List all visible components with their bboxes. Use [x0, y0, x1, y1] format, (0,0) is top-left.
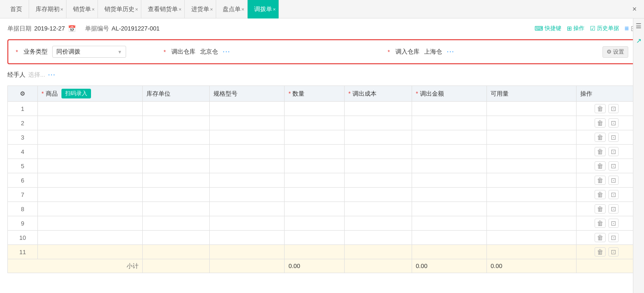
transfer-out-more[interactable]: ··· [223, 48, 230, 56]
delete-row-8[interactable]: 🗑 [595, 204, 606, 214]
handler-label: 经手人 [7, 71, 25, 79]
copy-row-7[interactable]: ⊡ [608, 190, 619, 199]
action-column-header: 操作 [577, 86, 637, 102]
handler-field: 经手人 选择... ··· [7, 71, 55, 79]
tab-sales-order[interactable]: 销货单 × [67, 0, 98, 18]
scan-entry-button[interactable]: 扫码录入 [61, 89, 91, 98]
handler-more[interactable]: ··· [48, 71, 55, 79]
gear-column-header[interactable]: ⚙ [8, 86, 38, 102]
delete-row-9[interactable]: 🗑 [595, 219, 606, 228]
table-row: 2🗑⊡ [8, 116, 637, 130]
settings-button[interactable]: ⚙ 设置 [602, 46, 628, 58]
delete-row-2[interactable]: 🗑 [595, 118, 606, 128]
delete-row-7[interactable]: 🗑 [595, 190, 606, 199]
date-value: 2019-12-27 [34, 25, 65, 32]
copy-row-10[interactable]: ⊡ [608, 233, 619, 242]
number-label: 单据编号 [85, 24, 109, 33]
delete-row-3[interactable]: 🗑 [595, 133, 606, 142]
window-close-button[interactable]: × [629, 3, 640, 15]
transfer-in-label: 调入仓库 [395, 48, 419, 56]
business-type-value: 同价调拨 [56, 48, 115, 56]
delete-row-4[interactable]: 🗑 [595, 147, 606, 156]
number-field: 单据编号 AL-20191227-001 [85, 24, 160, 33]
table-row: 3🗑⊡ [8, 130, 637, 145]
table-row: 7🗑⊡ [8, 188, 637, 202]
copy-row-11[interactable]: ⊡ [608, 247, 619, 256]
header-row: 单据日期 2019-12-27 📅 单据编号 AL-20191227-001 ⌨… [7, 24, 637, 33]
spec-column-header: 规格型号 [210, 86, 285, 102]
qty-column-header: * 数量 [285, 86, 345, 102]
business-type-arrow: ▼ [117, 49, 122, 55]
copy-row-5[interactable]: ⊡ [608, 161, 619, 171]
date-label: 单据日期 [7, 24, 31, 33]
delete-row-1[interactable]: 🗑 [595, 104, 606, 113]
close-tab-sales-history[interactable]: × [134, 6, 139, 13]
header-actions: ⌨ 快捷键 ⊞ 操作 ☑ 历史单据 ≡ ⊟ [535, 24, 637, 33]
subtotal-qty: 0.00 [285, 259, 345, 273]
transfer-out-value: 北京仓 [200, 48, 218, 56]
table-row: 10🗑⊡ [8, 231, 637, 245]
close-tab-purchase-order[interactable]: × [209, 6, 214, 13]
panel-external-icon[interactable]: ↗ [636, 37, 642, 44]
delete-row-11[interactable]: 🗑 [595, 247, 606, 256]
tab-purchase-order[interactable]: 进货单 × [185, 0, 216, 18]
table-container: ⚙ * 商品 扫码录入 库存单位 规格型号 [7, 85, 637, 273]
operations-action[interactable]: ⊞ 操作 [567, 24, 584, 32]
unit-column-header: 库存单位 [142, 86, 210, 102]
table-row: 8🗑⊡ [8, 202, 637, 216]
panel-list-icon[interactable]: ☰ [636, 22, 642, 30]
transfer-out-label: 调出仓库 [171, 48, 195, 56]
close-tab-view-sales[interactable]: × [178, 6, 182, 13]
calendar-icon[interactable]: 📅 [68, 25, 76, 32]
copy-row-1[interactable]: ⊡ [608, 104, 619, 113]
copy-row-3[interactable]: ⊡ [608, 133, 619, 142]
tab-bar: 首页 库存期初 × 销货单 × 销货单历史 × 查看销货单 × 进货单 × 盘点… [0, 0, 644, 18]
delete-row-5[interactable]: 🗑 [595, 161, 606, 171]
gear-icon: ⚙ [20, 90, 25, 97]
copy-row-8[interactable]: ⊡ [608, 204, 619, 214]
table-row: 5🗑⊡ [8, 159, 637, 173]
table-row: 9🗑⊡ [8, 216, 637, 231]
amount-column-header: * 调出金额 [412, 86, 486, 102]
number-value: AL-20191227-001 [112, 25, 160, 32]
copy-row-4[interactable]: ⊡ [608, 147, 619, 156]
tab-inventory-init[interactable]: 库存期初 × [29, 0, 67, 18]
delete-row-6[interactable]: 🗑 [595, 176, 606, 185]
table-row-last: 11 🗑⊡ [8, 245, 637, 259]
business-type-label: 业务类型 [24, 48, 48, 56]
product-column-header: * 商品 扫码录入 [37, 86, 142, 102]
close-tab-inventory-check[interactable]: × [241, 6, 245, 13]
subtotal-amount: 0.00 [486, 259, 576, 273]
copy-row-9[interactable]: ⊡ [608, 219, 619, 228]
available-column-header: 可用量 [486, 86, 576, 102]
tab-inventory-check[interactable]: 盘点单 × [216, 0, 248, 18]
tab-view-sales[interactable]: 查看销货单 × [141, 0, 185, 18]
shortcuts-icon: ⌨ [535, 25, 543, 32]
handler-placeholder[interactable]: 选择... [28, 71, 45, 79]
close-tab-sales-order[interactable]: × [91, 6, 96, 13]
date-field: 单据日期 2019-12-27 📅 [7, 24, 76, 33]
close-tab-transfer[interactable]: × [272, 6, 277, 13]
copy-row-6[interactable]: ⊡ [608, 176, 619, 185]
business-type-field: * 业务类型 同价调拨 ▼ [16, 46, 154, 58]
table-row: 1🗑⊡ [8, 102, 637, 116]
tab-sales-history[interactable]: 销货单历史 × [98, 0, 141, 18]
handler-row: 经手人 选择... ··· [7, 71, 637, 79]
transfer-in-required: * [388, 49, 390, 55]
history-icon: ☑ [590, 25, 595, 32]
tab-home[interactable]: 首页 [4, 0, 29, 18]
subtotal-label: 小计 [8, 259, 143, 273]
tab-transfer[interactable]: 调拨单 × [248, 0, 279, 18]
business-type-select[interactable]: 同价调拨 ▼ [52, 46, 126, 58]
data-table: ⚙ * 商品 扫码录入 库存单位 规格型号 [7, 85, 637, 273]
right-panel: ☰ ↗ [633, 18, 644, 279]
layout-list-icon[interactable]: ≡ [625, 24, 629, 33]
history-action[interactable]: ☑ 历史单据 [590, 24, 619, 32]
delete-row-10[interactable]: 🗑 [595, 233, 606, 242]
subtotal-cost: 0.00 [412, 259, 486, 273]
shortcuts-action[interactable]: ⌨ 快捷键 [535, 24, 561, 32]
copy-row-2[interactable]: ⊡ [608, 118, 619, 128]
transfer-out-required: * [164, 49, 166, 55]
close-tab-inventory-init[interactable]: × [60, 6, 64, 13]
transfer-in-more[interactable]: ··· [447, 48, 454, 56]
